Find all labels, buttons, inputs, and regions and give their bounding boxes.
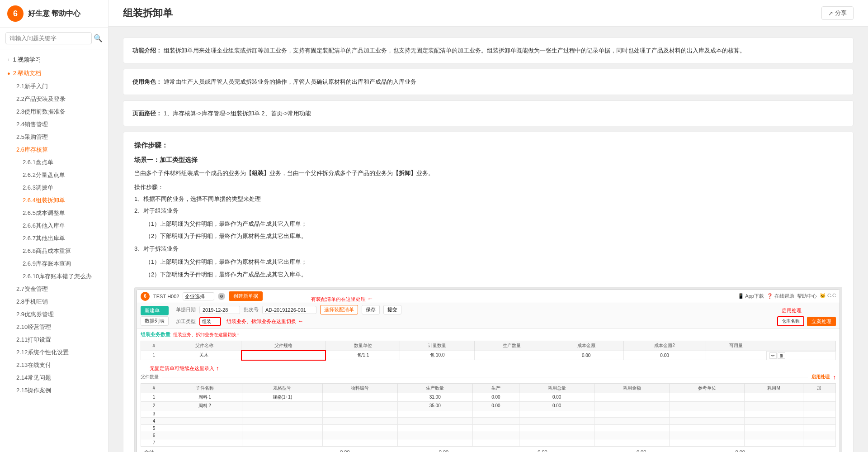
main-header: 组装拆卸单 ↗ 分享 bbox=[108, 0, 868, 27]
lcol-total: 耗用总量 bbox=[519, 383, 594, 393]
sidebar-item-docs-261[interactable]: 2.6.1盘点单 bbox=[0, 156, 108, 169]
app-name: 好生意 帮助中心 bbox=[28, 9, 80, 19]
content-area: 功能介绍： 组装拆卸单用来处理企业组装或拆卸等加工业务，支持有固定装配清单的产品… bbox=[108, 27, 868, 452]
lower-table-row-empty: 3 bbox=[141, 410, 836, 417]
step1: 1、根据不同的业务，选择不同单据的类型来处理 bbox=[134, 195, 842, 203]
col-parent-name: 父件名称 bbox=[167, 341, 241, 351]
sidebar-item-docs-269[interactable]: 2.6.9库存账本查询 bbox=[0, 257, 108, 270]
step2-sub2: （2）下部明细为子件明细，最终作为原材料生成其它出库单。 bbox=[145, 231, 842, 241]
mock-new-tab[interactable]: 新建单 bbox=[141, 306, 169, 315]
step3: 3、对于拆装业务 bbox=[134, 245, 842, 253]
search-input[interactable] bbox=[5, 32, 92, 44]
sidebar-item-docs-22[interactable]: 2.2产品安装及登录 bbox=[0, 93, 108, 105]
sidebar-item-docs-267[interactable]: 2.6.7其他出库单 bbox=[0, 232, 108, 245]
mock-nav-icons: 📱 App下载 ❓ 在线帮助 帮助中心 🐱 C.C bbox=[738, 293, 836, 300]
step3-sub2: （2）下部明细为子件明细，最终作为产成品生成其它入库单。 bbox=[145, 269, 842, 280]
step2: 2、对于组装业务 bbox=[134, 207, 842, 215]
sidebar-item-docs-214[interactable]: 2.14常见问题 bbox=[0, 371, 108, 384]
col-cost2: 成本金额2 bbox=[623, 341, 706, 351]
sidebar-item-docs-210[interactable]: 2.10经营管理 bbox=[0, 321, 108, 333]
intro-text: 组装拆卸单用来处理企业组装或拆卸等加工业务，支持有固定装配清单的产品加工业务，也… bbox=[164, 47, 745, 54]
sidebar-item-docs-266[interactable]: 2.6.6其他入库单 bbox=[0, 219, 108, 232]
mock-new-order-btn[interactable]: 创建新单据 bbox=[229, 291, 263, 301]
plus-icon: + bbox=[7, 57, 10, 62]
ops-steps-label: 操作步骤： bbox=[134, 183, 842, 191]
sidebar-item-docs-27[interactable]: 2.7资金管理 bbox=[0, 283, 108, 295]
mock-config-btn[interactable]: 选择装配清单 bbox=[320, 305, 358, 314]
mock-save-btn[interactable]: 保存 bbox=[362, 305, 380, 314]
role-block: 使用角色： 通常由生产人员或库管人员完成拆装业务的操作，库管人员确认原材料的出库… bbox=[123, 69, 854, 95]
sidebar-item-docs-29[interactable]: 2.9优惠券管理 bbox=[0, 308, 108, 321]
steps-section: 操作步骤： 场景一：加工类型选择 当由多个子件材料组装成一个成品的业务为【组装】… bbox=[123, 132, 854, 452]
col-action bbox=[766, 341, 836, 351]
mock-total-label: 合计 bbox=[144, 449, 338, 452]
sidebar-item-docs-2610[interactable]: 2.6.10库存账本错了怎么办 bbox=[0, 270, 108, 283]
lcol-prod2: 生产 bbox=[472, 383, 519, 393]
sidebar-item-docs-23[interactable]: 2.3使用前数据准备 bbox=[0, 105, 108, 118]
sidebar-item-video[interactable]: + 1.视频学习 bbox=[0, 53, 108, 67]
sidebar-item-docs-26[interactable]: 2.6库存核算 bbox=[0, 143, 108, 156]
circle-icon: ● bbox=[7, 71, 10, 76]
mock-top-bar: 6 TEST-H002 企业选择 ⚙ 创建新单据 📱 App下载 ❓ 在线帮助 … bbox=[137, 290, 840, 303]
nav-tree: + 1.视频学习 ● 2.帮助文档 2.1新手入门 2.2产品安装及登录 2.3… bbox=[0, 49, 108, 452]
lcol-m: 耗用M bbox=[745, 383, 803, 393]
mock-bottom-row: 合计 0.00 0.00 0.00 0.00 0.00 bbox=[141, 447, 836, 452]
col-num: # bbox=[141, 341, 167, 351]
share-icon: ↗ bbox=[828, 10, 833, 17]
share-button[interactable]: ↗ 分享 bbox=[821, 6, 854, 20]
mock-company-select[interactable]: 企业选择 bbox=[183, 292, 214, 300]
lcol-ref: 参考单位 bbox=[670, 383, 745, 393]
lower-table-row-empty: 4 bbox=[141, 417, 836, 424]
path-block: 页面路径： 1、库存核算->库存管理->组装拆卸单 2、首页->常用功能 bbox=[123, 100, 854, 126]
mock-settings-icon: ⚙ bbox=[218, 293, 225, 300]
mock-lower-table: # 子件名称 规格型号 物料编号 生产数量 生产 耗用总量 耗用金额 参考单位 bbox=[141, 383, 836, 447]
mock-type-select[interactable]: 组装 拆卸 bbox=[199, 317, 221, 326]
sidebar-item-docs-28[interactable]: 2.8手机旺铺 bbox=[0, 295, 108, 308]
mock-apply-btn[interactable]: 立案处理 bbox=[807, 317, 836, 326]
sidebar-item-docs-213[interactable]: 2.13在线支付 bbox=[0, 359, 108, 371]
sidebar: 6 好生意 帮助中心 🔍 + 1.视频学习 ● 2.帮助文档 2.1新手入门 2… bbox=[0, 0, 108, 452]
search-button[interactable]: 🔍 bbox=[94, 34, 103, 43]
mock-row-edit[interactable]: ✏ bbox=[769, 352, 777, 359]
sidebar-item-docs-212[interactable]: 2.12系统个性化设置 bbox=[0, 346, 108, 359]
mock-screenshot: 6 TEST-H002 企业选择 ⚙ 创建新单据 📱 App下载 ❓ 在线帮助 … bbox=[135, 287, 842, 452]
mock-type-label: 加工类型 bbox=[176, 318, 196, 325]
lcol-add: 加 bbox=[803, 383, 835, 393]
sidebar-item-docs-265[interactable]: 2.6.5成本调整单 bbox=[0, 207, 108, 219]
sidebar-item-docs-24[interactable]: 2.4销售管理 bbox=[0, 118, 108, 131]
mock-list-tab[interactable]: 数据列表 bbox=[141, 316, 169, 326]
mock-submit-btn[interactable]: 提交 bbox=[383, 305, 401, 314]
sidebar-item-docs-211[interactable]: 2.11打印设置 bbox=[0, 333, 108, 346]
search-box: 🔍 bbox=[0, 28, 108, 49]
mock-user: 🐱 C.C bbox=[820, 293, 836, 300]
mock-annotation3-ref: 启用处理 bbox=[811, 374, 830, 380]
lcol-num: # bbox=[141, 383, 167, 393]
mock-batch-label: 批次号 bbox=[244, 306, 259, 313]
mock-row-delete[interactable]: 🗑 bbox=[778, 352, 785, 359]
col-parent-spec: 父件规格 bbox=[241, 341, 326, 351]
sidebar-item-docs[interactable]: ● 2.帮助文档 bbox=[0, 67, 108, 80]
sidebar-item-docs-264[interactable]: 2.6.4组装拆卸单 bbox=[0, 194, 108, 207]
sidebar-item-docs-263[interactable]: 2.6.3调拨单 bbox=[0, 181, 108, 194]
lower-table-row: 1 周料 1 规格(1+1) 31.00 0.00 0.00 bbox=[141, 393, 836, 401]
annotation2-ref: 组装业务、拆卸业务在这里切换 bbox=[173, 332, 236, 338]
sidebar-item-video-label: 1.视频学习 bbox=[13, 56, 41, 64]
share-label: 分享 bbox=[835, 9, 847, 17]
sidebar-header: 6 好生意 帮助中心 bbox=[0, 0, 108, 28]
path-text: 1、库存核算->库存管理->组装拆卸单 2、首页->常用功能 bbox=[164, 110, 311, 117]
sidebar-item-docs-268[interactable]: 2.6.8商品成本重算 bbox=[0, 245, 108, 257]
sidebar-item-docs-262[interactable]: 2.6.2分量盘点单 bbox=[0, 169, 108, 181]
lower-table-row-empty: 6 bbox=[141, 432, 836, 439]
mock-help-icon: ❓ 在线帮助 bbox=[767, 293, 794, 300]
mock-warehouse-input[interactable]: 仓库名称 bbox=[777, 316, 804, 326]
annotation4-container: 无固定清单可继续在这里录入 ↑ bbox=[150, 364, 836, 372]
sidebar-item-docs-25[interactable]: 2.5采购管理 bbox=[0, 131, 108, 143]
col-cost1: 成本金额 bbox=[549, 341, 623, 351]
sidebar-item-docs-21[interactable]: 2.1新手入门 bbox=[0, 80, 108, 93]
intro-block: 功能介绍： 组装拆卸单用来处理企业组装或拆卸等加工业务，支持有固定装配清单的产品… bbox=[123, 38, 854, 63]
sidebar-item-docs-label: 2.帮助文档 bbox=[13, 69, 42, 77]
sidebar-item-docs-215[interactable]: 2.15操作案例 bbox=[0, 384, 108, 397]
lcol-amount: 耗用金额 bbox=[594, 383, 670, 393]
mock-total-2: 0.00 bbox=[439, 449, 536, 452]
screenshot-wrapper: 6 TEST-H002 企业选择 ⚙ 创建新单据 📱 App下载 ❓ 在线帮助 … bbox=[134, 287, 842, 452]
